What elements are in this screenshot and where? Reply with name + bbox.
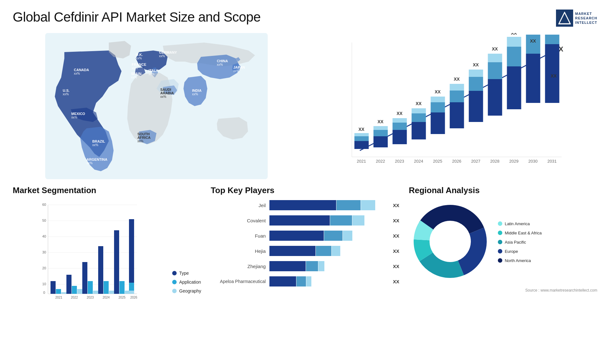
svg-rect-66 <box>450 102 464 128</box>
legend-mea: Middle East & Africa <box>498 231 542 235</box>
svg-rect-77 <box>488 62 502 79</box>
legend-geo-dot <box>172 289 177 293</box>
svg-rect-86 <box>526 54 540 103</box>
regional-title: Regional Analysis <box>409 185 597 195</box>
svg-rect-67 <box>450 91 464 102</box>
svg-text:FRANCE: FRANCE <box>132 63 146 66</box>
svg-text:2022: 2022 <box>376 159 385 164</box>
svg-rect-48 <box>374 126 388 130</box>
svg-text:xx%: xx% <box>131 76 137 79</box>
player-value-fuan: XX <box>393 233 399 239</box>
svg-text:AFRICA: AFRICA <box>138 136 151 139</box>
svg-text:XX: XX <box>435 89 441 94</box>
legend-apac-label: Asia Pacific <box>505 240 526 245</box>
svg-text:40: 40 <box>42 234 46 238</box>
legend-app-dot <box>172 280 177 284</box>
svg-rect-117 <box>82 262 87 294</box>
player-bar-hejia <box>269 246 390 256</box>
legend-europe-label: Europe <box>505 249 518 254</box>
player-name-jeil: Jeil <box>211 203 269 208</box>
svg-text:XX: XX <box>551 73 557 78</box>
svg-text:SPAIN: SPAIN <box>131 72 142 76</box>
svg-text:xx%: xx% <box>192 92 198 96</box>
svg-text:2021: 2021 <box>357 159 366 164</box>
players-section: Top Key Players Jeil XX Covalent <box>211 185 399 303</box>
svg-text:xx%: xx% <box>217 63 223 66</box>
logo: MARKET RESEARCH INTELLECT <box>556 10 597 27</box>
player-row-covalent: Covalent XX <box>211 215 399 226</box>
svg-text:2031: 2031 <box>547 159 557 164</box>
player-value-jeil: XX <box>393 203 399 208</box>
svg-text:CHINA: CHINA <box>217 59 228 63</box>
player-row-zhejiang: Zhejiang XX <box>211 261 399 271</box>
svg-rect-118 <box>88 281 93 294</box>
svg-text:U.S.: U.S. <box>63 89 70 92</box>
svg-text:xx%: xx% <box>160 95 166 98</box>
svg-text:50: 50 <box>42 219 46 222</box>
svg-text:2026: 2026 <box>452 159 461 164</box>
svg-text:ARABIA: ARABIA <box>160 91 174 95</box>
players-chart: Jeil XX Covalent XX Fuan <box>211 200 399 286</box>
svg-text:BRAZIL: BRAZIL <box>92 139 105 143</box>
bar-chart-section: XX XX 2021 XX 2022 XX 2023 XX <box>310 33 597 179</box>
page-title: Global Cefdinir API Market Size and Scop… <box>13 10 261 25</box>
player-name-fuan: Fuan <box>211 233 269 239</box>
seg-legend: Type Application Geography <box>172 271 201 303</box>
legend-type-dot <box>172 271 177 275</box>
svg-text:xx%: xx% <box>234 69 240 73</box>
svg-marker-0 <box>559 12 570 24</box>
legend-na-label: North America <box>505 258 531 263</box>
svg-rect-114 <box>72 286 77 294</box>
donut-chart <box>409 200 491 284</box>
svg-rect-71 <box>469 91 483 122</box>
svg-text:60: 60 <box>42 203 46 206</box>
player-name-covalent: Covalent <box>211 218 269 223</box>
svg-text:2022: 2022 <box>71 296 78 299</box>
svg-rect-76 <box>488 79 502 116</box>
svg-rect-58 <box>412 108 426 113</box>
svg-text:xx%: xx% <box>138 139 144 143</box>
legend-app: Application <box>172 280 201 285</box>
svg-rect-52 <box>393 123 407 130</box>
svg-rect-109 <box>51 281 56 294</box>
svg-rect-126 <box>119 281 125 294</box>
player-row-hejia: Hejia XX <box>211 246 399 256</box>
legend-apac-dot <box>498 240 502 244</box>
svg-rect-56 <box>412 122 426 139</box>
legend-latin-label: Latin America <box>505 221 530 226</box>
svg-text:2028: 2028 <box>490 159 499 164</box>
svg-rect-115 <box>77 289 82 294</box>
svg-text:xx%: xx% <box>132 66 138 70</box>
svg-text:xx%: xx% <box>63 92 69 96</box>
svg-rect-82 <box>507 47 521 66</box>
svg-rect-132 <box>129 219 134 283</box>
player-value-zhejiang: XX <box>393 264 399 269</box>
svg-text:XX: XX <box>530 38 536 44</box>
svg-rect-62 <box>431 102 445 112</box>
svg-text:XX: XX <box>492 46 498 51</box>
legend-na-dot <box>498 258 502 263</box>
svg-text:0: 0 <box>43 291 45 294</box>
svg-text:CANADA: CANADA <box>74 68 89 72</box>
segmentation-chart: 60 50 40 30 20 10 0 <box>13 200 166 302</box>
svg-text:10: 10 <box>42 282 46 286</box>
svg-text:U.K.: U.K. <box>136 53 143 57</box>
svg-rect-72 <box>469 77 483 91</box>
legend-europe-dot <box>498 249 502 253</box>
legend-apac: Asia Pacific <box>498 240 542 245</box>
svg-rect-83 <box>507 37 521 47</box>
svg-text:XX: XX <box>454 77 460 82</box>
svg-text:xx%: xx% <box>149 72 155 76</box>
svg-text:xx%: xx% <box>87 161 93 165</box>
svg-rect-46 <box>374 136 388 147</box>
svg-text:2024: 2024 <box>103 296 110 299</box>
svg-rect-41 <box>355 141 369 149</box>
svg-text:2030: 2030 <box>528 159 538 164</box>
svg-text:2023: 2023 <box>87 296 94 299</box>
player-name-hejia: Hejia <box>211 248 269 254</box>
player-row-jeil: Jeil XX <box>211 200 399 210</box>
svg-text:2025: 2025 <box>433 159 442 164</box>
player-name-apeloa: Apeloa Pharmaceutical <box>211 279 269 284</box>
player-value-covalent: XX <box>393 218 399 223</box>
svg-text:xx%: xx% <box>74 72 80 75</box>
